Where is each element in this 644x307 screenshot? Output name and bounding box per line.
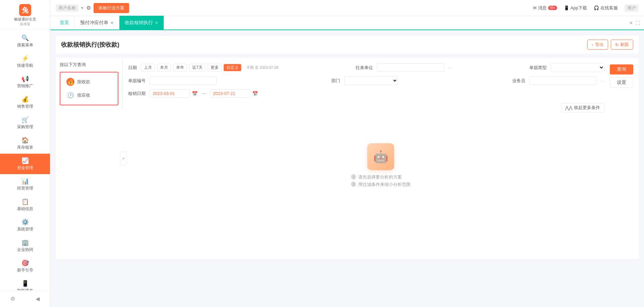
tab-close-all-icon[interactable]: ✕ xyxy=(629,20,633,25)
tab-collection-close-icon[interactable]: ✕ xyxy=(155,20,158,25)
doc-type-select[interactable] xyxy=(551,63,604,72)
sidebar-item-basic[interactable]: 📋 基础信息 xyxy=(0,195,50,215)
dept-select[interactable] xyxy=(344,76,398,85)
filter-line-1: 日期 上月 本月 本年 近7天 更多 自定义 不限 至 2023-07-26 xyxy=(128,63,604,72)
tab-collection-label: 收款核销执行 xyxy=(125,20,153,26)
sidebar-label-system: 系统管理 xyxy=(17,226,33,232)
doc-number-label: 单据编号 xyxy=(128,78,146,84)
search-icon: 🔍 xyxy=(21,34,29,42)
empty-illustration: 🤖 xyxy=(367,143,394,170)
sidebar-menu: 🔍 搜索菜单 ⚡ 快捷导航 📢 营销推广 💰 销售管理 🛒 采购管理 🏠 库存核… xyxy=(0,30,50,290)
left-panel-wrapper: 按以下方查询 💰 按收款 🕐 按应收 « xyxy=(56,58,123,259)
by-receipt-icon: 💰 xyxy=(66,78,74,86)
online-service-nav-item[interactable]: 🎧 在线客服 xyxy=(594,5,618,11)
sidebar-item-guide[interactable]: 🎯 新手引导 xyxy=(0,256,50,276)
header-dropdown-icon[interactable]: ▾ xyxy=(81,5,84,10)
collapse-left-panel-btn[interactable]: « xyxy=(120,152,127,165)
date-btn-7days[interactable]: 近7天 xyxy=(189,64,206,71)
date-btn-last-month[interactable]: 上月 xyxy=(141,64,155,71)
app-edition: 标准版 xyxy=(20,22,30,27)
date-sub-text: 不限 至 2023-07-26 xyxy=(247,65,278,70)
query-button[interactable]: 查询 xyxy=(610,64,633,74)
sidebar-item-search[interactable]: 🔍 搜索菜单 xyxy=(0,31,50,51)
write-off-date-start-group: 📅 xyxy=(150,89,198,98)
doc-type-label: 单据类型 xyxy=(529,65,547,71)
basic-icon: 📋 xyxy=(21,198,29,205)
doc-number-input[interactable] xyxy=(150,76,217,85)
sidebar-label-inventory: 库存核算 xyxy=(17,145,33,150)
query-option-by-receipt[interactable]: 💰 按收款 xyxy=(63,75,115,89)
tab-prepay[interactable]: 预付冲应付单 ✕ xyxy=(75,16,119,30)
tab-expand-icon[interactable]: ⛶ xyxy=(636,20,640,25)
staff-ellipsis-icon[interactable]: ··· xyxy=(600,78,604,84)
sidebar-item-sales[interactable]: 💰 销售管理 xyxy=(0,92,50,113)
refresh-button[interactable]: ↻ 刷新 xyxy=(611,40,633,50)
sidebar-item-purchase[interactable]: 🛒 采购管理 xyxy=(0,113,50,133)
sidebar-item-hardware[interactable]: 📱 智能硬件 xyxy=(0,276,50,290)
date-options-group: 上月 本月 本年 近7天 更多 自定义 xyxy=(141,64,241,71)
staff-input[interactable] xyxy=(529,76,596,85)
collapse-sidebar-btn[interactable]: ◀︎ xyxy=(34,294,41,304)
calendar-start-icon[interactable]: 📅 xyxy=(192,91,198,96)
sidebar-label-basic: 基础信息 xyxy=(17,206,33,212)
sidebar-label-enterprise: 企业协同 xyxy=(17,247,33,253)
date-btn-this-year[interactable]: 本年 xyxy=(173,64,187,71)
page-actions: ↑ 导出 ↻ 刷新 xyxy=(587,40,634,50)
settings-button[interactable]: 设置 xyxy=(610,77,633,88)
write-off-end-input[interactable] xyxy=(210,89,250,98)
sidebar-item-operation[interactable]: 📊 经营管理 xyxy=(0,174,50,195)
operation-icon: 📊 xyxy=(21,177,29,185)
app-name: 畅捷通好生意 xyxy=(14,17,36,22)
service-icon: 🎧 xyxy=(594,5,599,10)
counterpart-input[interactable] xyxy=(377,63,444,72)
app-download-nav-item[interactable]: 📱 App下载 xyxy=(564,5,587,11)
tab-home[interactable]: 首页 xyxy=(54,16,75,30)
sidebar-item-quick-nav[interactable]: ⚡ 快捷导航 xyxy=(0,51,50,72)
collapse-more-button[interactable]: ⋀⋀ 收起更多条件 xyxy=(561,103,604,112)
online-service-label: 在线客服 xyxy=(600,5,618,11)
sidebar-label-finance: 资金管理 xyxy=(17,165,33,171)
date-btn-this-month[interactable]: 本月 xyxy=(157,64,171,71)
industry-solution-button[interactable]: 体验行业方案 xyxy=(94,3,129,13)
logo-area: 兔 畅捷通好生意 标准版 xyxy=(0,0,50,30)
sidebar-item-inventory[interactable]: 🏠 库存核算 xyxy=(0,133,50,154)
export-button[interactable]: ↑ 导出 xyxy=(587,40,608,50)
by-receipt-label: 按收款 xyxy=(77,79,90,85)
sidebar-item-finance[interactable]: 📈 资金管理 xyxy=(0,154,50,174)
calendar-end-icon[interactable]: 📅 xyxy=(252,91,258,96)
date-label: 日期 xyxy=(128,65,137,71)
date-range-separator: — xyxy=(202,91,206,96)
tab-prepay-close-icon[interactable]: ✕ xyxy=(110,20,114,25)
date-btn-more[interactable]: 更多 xyxy=(208,64,222,71)
sidebar-label-operation: 经营管理 xyxy=(17,186,33,191)
sidebar-item-marketing[interactable]: 📢 营销推广 xyxy=(0,72,50,92)
date-custom-tag[interactable]: 自定义 xyxy=(224,64,241,71)
header-gear-icon[interactable]: ⚙ xyxy=(86,5,91,11)
guide-icon: 🎯 xyxy=(21,259,29,267)
settings-bottom-icon[interactable]: ⚙ xyxy=(9,294,17,304)
query-options-box: 💰 按收款 🕐 按应收 xyxy=(60,72,118,105)
message-label: 消息 xyxy=(538,5,547,11)
dept-label: 部门 xyxy=(331,78,340,84)
top-header: 用户名称 ▾ ⚙ 体验行业方案 ✉ 消息 99+ 📱 App下载 🎧 在线客服 … xyxy=(50,0,644,16)
hardware-icon: 📱 xyxy=(21,280,29,287)
inventory-icon: 🏠 xyxy=(21,137,29,144)
user-avatar[interactable]: 用户 xyxy=(625,4,639,12)
header-left: 用户名称 ▾ ⚙ 体验行业方案 xyxy=(56,3,129,13)
counterpart-label: 往来单位 xyxy=(356,65,373,71)
empty-state: 🤖 1 请先选择要分析的方案 2 用过滤条件来缩小分析范围 xyxy=(128,116,633,216)
sidebar-item-system[interactable]: ⚙️ 系统管理 xyxy=(0,215,50,236)
message-icon: ✉ xyxy=(533,5,537,10)
collapse-chevron-icon: ⋀⋀ xyxy=(565,105,573,110)
sidebar-item-enterprise[interactable]: 🏢 企业协同 xyxy=(0,236,50,256)
sales-icon: 💰 xyxy=(21,96,29,103)
sidebar-label-guide: 新手引导 xyxy=(17,267,33,273)
counterpart-ellipsis-icon[interactable]: ··· xyxy=(448,65,452,70)
purchase-icon: 🛒 xyxy=(21,116,29,123)
query-option-by-receivable[interactable]: 🕐 按应收 xyxy=(63,89,115,102)
by-receivable-label: 按应收 xyxy=(77,92,90,98)
message-nav-item[interactable]: ✉ 消息 99+ xyxy=(533,5,557,11)
write-off-start-input[interactable] xyxy=(150,89,190,98)
tab-collection[interactable]: 收款核销执行 ✕ xyxy=(119,16,164,30)
sidebar-label-quick-nav: 快捷导航 xyxy=(17,63,33,68)
